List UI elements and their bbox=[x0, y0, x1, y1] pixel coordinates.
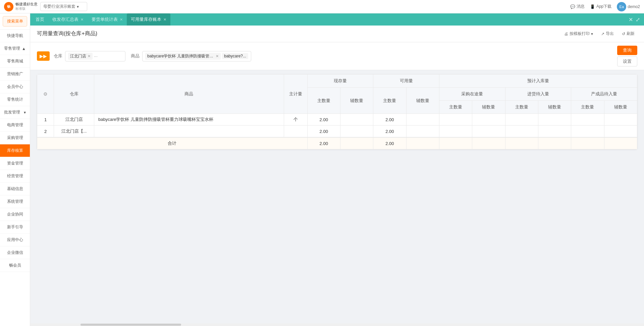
tag-close-icon[interactable]: ✕ bbox=[88, 54, 91, 58]
sidebar-item-retail-stats[interactable]: 零售统计 bbox=[0, 93, 30, 106]
tab-home[interactable]: 首页 bbox=[32, 13, 48, 26]
sidebar-item-quicknav[interactable]: 快捷导航 bbox=[0, 30, 30, 42]
th-purchase-main: 主数量 bbox=[439, 101, 472, 114]
row1-unit: 个 bbox=[284, 114, 307, 126]
sidebar-item-retail-shop[interactable]: 零售商城 bbox=[0, 55, 30, 68]
sidebar-item-vip[interactable]: 畅会员 bbox=[0, 259, 30, 272]
sidebar-item-member[interactable]: 会员中心 bbox=[0, 81, 30, 93]
row1-incoming-aux bbox=[538, 114, 571, 126]
search-menu-button[interactable]: 搜索菜单 bbox=[3, 16, 27, 27]
goods-input[interactable]: babycare学饮杯 儿童防摔防撞吸管杯重力球吸嘴杯宝宝水杯 ✕ babyca… bbox=[142, 51, 251, 61]
th-purchase-aux: 辅数量 bbox=[472, 101, 505, 114]
th-production-main: 主数量 bbox=[571, 101, 604, 114]
export-button[interactable]: ↗ 导出 bbox=[598, 30, 616, 38]
row2-stock-main: 2.00 bbox=[307, 126, 340, 138]
warehouse-filter: 仓库 江北门店 ✕ ··· bbox=[54, 51, 125, 61]
th-avail-main-qty: 主数量 bbox=[373, 88, 406, 114]
export-icon: ↗ bbox=[601, 32, 604, 36]
tab-close-icon[interactable]: ✕ bbox=[120, 17, 123, 22]
sidebar-item-enterprise-wechat[interactable]: 企业微信 bbox=[0, 246, 30, 259]
sidebar-item-app-center[interactable]: 应用中心 bbox=[0, 234, 30, 246]
footer-incoming-main bbox=[505, 137, 538, 149]
tab-close-icon[interactable]: ✕ bbox=[80, 17, 84, 22]
top-bar-left: 畅 畅捷通好生意 标准版 母婴行业演示账套 ▾ bbox=[4, 2, 87, 11]
row1-production-aux bbox=[604, 114, 637, 126]
row2-stock-aux bbox=[340, 126, 373, 138]
tab-order-stats[interactable]: 要货单统计表 ✕ bbox=[88, 13, 127, 26]
page-title: 可用量查询(按仓库+商品) bbox=[37, 30, 97, 37]
page-header: 可用量查询(按仓库+商品) 🖨 按模板打印 ▾ ↗ 导出 ↺ 刷新 bbox=[30, 26, 644, 42]
sidebar-item-basic-info[interactable]: 基础信息 bbox=[0, 183, 30, 195]
sidebar-item-retail-mgmt[interactable]: 零售管理 ▲ bbox=[0, 42, 30, 55]
tag-close-icon[interactable]: ✕ bbox=[216, 54, 219, 58]
goods-label: 商品 bbox=[131, 53, 140, 59]
sidebar-item-system[interactable]: 系统管理 bbox=[0, 195, 30, 208]
row1-incoming-main bbox=[505, 114, 538, 126]
warehouse-input[interactable]: 江北门店 ✕ ··· bbox=[65, 51, 125, 61]
data-table: ⚙ 仓库 商品 主计量 现存量 可用量 预计入库量 主数量 辅数量 bbox=[37, 74, 637, 149]
th-avail-aux-qty: 辅数量 bbox=[406, 88, 439, 114]
refresh-icon: ↺ bbox=[622, 32, 625, 36]
sidebar-item-wholesale[interactable]: 批发管理 ▾ bbox=[0, 106, 30, 119]
sidebar-item-inventory[interactable]: 库存核算 bbox=[0, 144, 30, 157]
footer-avail-aux bbox=[406, 137, 439, 149]
sidebar-item-operations[interactable]: 经营管理 bbox=[0, 170, 30, 183]
print-button[interactable]: 🖨 按模板打印 ▾ bbox=[561, 30, 596, 38]
print-icon: 🖨 bbox=[564, 32, 568, 36]
th-production-group: 产成品待入量 bbox=[571, 88, 637, 101]
settings-button[interactable]: 设置 bbox=[617, 56, 637, 66]
scroll-thumb[interactable] bbox=[80, 324, 181, 326]
row2-goods bbox=[94, 126, 284, 138]
row1-production-main bbox=[571, 114, 604, 126]
row1-avail-aux bbox=[406, 114, 439, 126]
sidebar-item-purchase[interactable]: 采购管理 bbox=[0, 132, 30, 144]
close-window-button[interactable]: ✕ bbox=[629, 16, 633, 23]
th-expected-in-group: 预计入库量 bbox=[439, 75, 637, 88]
th-incoming-group: 进货待入量 bbox=[505, 88, 571, 101]
th-stock-aux-qty: 辅数量 bbox=[340, 88, 373, 114]
sidebar-item-ecommerce[interactable]: 电商管理 bbox=[0, 119, 30, 132]
warehouse-label: 仓库 bbox=[54, 53, 62, 59]
tab-bar: 首页 收发存汇总表 ✕ 要货单统计表 ✕ 可用量库存账本 ✕ ✕ ⤢ bbox=[30, 13, 644, 26]
chevron-down-icon: ▾ bbox=[591, 32, 593, 36]
th-stock-main-qty: 主数量 bbox=[307, 88, 340, 114]
maximize-button[interactable]: ⤢ bbox=[636, 16, 640, 23]
footer-avail-main: 2.00 bbox=[373, 137, 406, 149]
tab-receivables[interactable]: 收发存汇总表 ✕ bbox=[48, 13, 88, 26]
row2-incoming-aux bbox=[538, 126, 571, 138]
sidebar-item-marketing[interactable]: 营销推广 bbox=[0, 68, 30, 81]
filter-actions: 查询 设置 bbox=[617, 46, 637, 66]
more-icon[interactable]: ··· bbox=[94, 54, 98, 59]
message-action[interactable]: 💬 消息 bbox=[570, 4, 585, 9]
sidebar-item-finance[interactable]: 资金管理 bbox=[0, 157, 30, 170]
th-goods: 商品 bbox=[94, 75, 284, 114]
row1-stock-aux bbox=[340, 114, 373, 126]
row1-warehouse: 江北门店 bbox=[54, 114, 94, 126]
row1-goods: babycare学饮杯 儿童防摔防撞吸管杯重力球吸嘴杯宝宝水杯 bbox=[94, 114, 284, 126]
table-container: ⚙ 仓库 商品 主计量 现存量 可用量 预计入库量 主数量 辅数量 bbox=[30, 70, 644, 323]
user-action[interactable]: Ea demo2 bbox=[617, 2, 640, 11]
query-button[interactable]: 查询 bbox=[617, 46, 637, 55]
app-download-action[interactable]: 📱 App下载 bbox=[590, 4, 611, 9]
tab-close-icon[interactable]: ✕ bbox=[163, 17, 166, 22]
goods-tag-2: babycare?... bbox=[222, 53, 248, 59]
th-main-unit: 主计量 bbox=[284, 75, 307, 114]
footer-label: 合计 bbox=[37, 137, 308, 149]
avatar: Ea bbox=[617, 2, 626, 11]
sidebar-item-new-guide[interactable]: 新手引导 bbox=[0, 221, 30, 234]
scroll-indicator bbox=[30, 323, 644, 326]
row1-purchase-main bbox=[439, 114, 472, 126]
industry-selector[interactable]: 母婴行业演示账套 ▾ bbox=[40, 2, 87, 11]
filter-toggle-button[interactable]: ▶▶ bbox=[37, 51, 50, 61]
refresh-button[interactable]: ↺ 刷新 bbox=[619, 30, 637, 38]
goods-filter: 商品 babycare学饮杯 儿童防摔防撞吸管杯重力球吸嘴杯宝宝水杯 ✕ bab… bbox=[131, 51, 251, 61]
th-purchase-group: 采购在途量 bbox=[439, 88, 505, 101]
header-actions: 🖨 按模板打印 ▾ ↗ 导出 ↺ 刷新 bbox=[561, 30, 637, 38]
th-available-group: 可用量 bbox=[373, 75, 439, 88]
row1-purchase-aux bbox=[472, 114, 505, 126]
row1-num: 1 bbox=[37, 114, 54, 126]
chevron-down-icon: ▾ bbox=[77, 4, 79, 9]
sidebar-item-enterprise[interactable]: 企业协同 bbox=[0, 208, 30, 221]
tab-available-inventory[interactable]: 可用量库存账本 ✕ bbox=[127, 13, 170, 26]
gear-icon[interactable]: ⚙ bbox=[43, 91, 48, 97]
